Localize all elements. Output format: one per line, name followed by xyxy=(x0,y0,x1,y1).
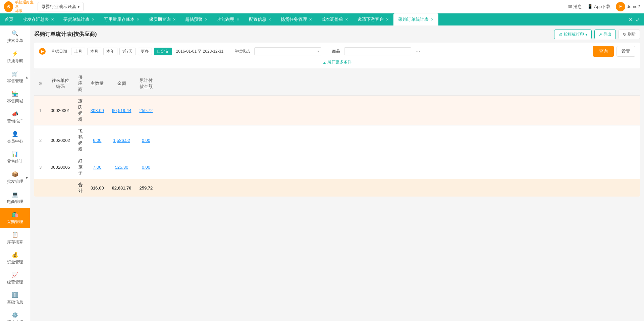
filter-row-1: ▶ 单据日期 上月 本月 本年 近7天 更多 自定义 2016-01-01 至 … xyxy=(39,46,635,57)
chevron-down-icon: ▼ xyxy=(25,176,29,180)
sidebar-item-ecommerce[interactable]: 💻 电商管理 xyxy=(0,188,30,208)
tab-shelf-life[interactable]: 保质期查询 ✕ xyxy=(144,13,180,25)
close-icon[interactable]: ✕ xyxy=(386,17,389,22)
expand-more-btn[interactable]: ⊻ 展开更多条件 xyxy=(323,59,352,65)
tab-invite-downstream[interactable]: 邀请下游客户 ✕ xyxy=(353,13,393,25)
row-paid[interactable]: 0.00 xyxy=(135,155,157,179)
sidebar-item-quick-nav[interactable]: ⚡ 快捷导航 xyxy=(0,47,30,67)
sidebar-item-inventory[interactable]: 📋 库存核算 xyxy=(0,228,30,248)
tab-home[interactable]: 首页 xyxy=(0,13,18,25)
lightning-icon: ⚡ xyxy=(12,50,18,57)
box-icon: 📦 xyxy=(12,171,18,177)
workspace-selector[interactable]: 母婴行业演示账套 ▾ xyxy=(38,2,84,11)
filter-toggle-btn[interactable]: ▶ xyxy=(39,48,46,55)
logo-icon: 6 xyxy=(4,1,13,12)
sidebar-item-member-center[interactable]: 👤 会员中心 xyxy=(0,127,30,148)
sidebar-item-retail-mgmt[interactable]: 🛒 零售管理 ▲ xyxy=(0,67,30,87)
sidebar: 🔍 搜索菜单 ⚡ 快捷导航 🛒 零售管理 ▲ 🏪 零售商城 📣 营销推广 👤 会… xyxy=(0,25,30,321)
shopping-icon: 🛍️ xyxy=(12,211,18,218)
date-btn-last-month[interactable]: 上月 xyxy=(71,48,85,55)
sidebar-item-basic-info[interactable]: ℹ️ 基础信息 xyxy=(0,288,30,309)
sidebar-item-marketing[interactable]: 📣 营销推广 xyxy=(0,107,30,127)
col-settings: ⚙ xyxy=(34,72,47,96)
close-icon[interactable]: ✕ xyxy=(431,17,434,22)
sidebar-item-search[interactable]: 🔍 搜索菜单 xyxy=(0,27,30,47)
money-icon: 💰 xyxy=(12,252,18,258)
sidebar-item-retail-stats[interactable]: 📊 零售统计 xyxy=(0,148,30,168)
megaphone-icon: 📣 xyxy=(12,111,18,117)
nav-tabs: 首页 收发存汇总表 ✕ 要货单统计表 ✕ 可用量库存账本 ✕ 保质期查询 ✕ 超… xyxy=(0,13,644,25)
close-icon[interactable]: ✕ xyxy=(92,17,95,22)
main-layout: 🔍 搜索菜单 ⚡ 快捷导航 🛒 零售管理 ▲ 🏪 零售商城 📣 营销推广 👤 会… xyxy=(0,25,644,321)
tab-available-stock[interactable]: 可用量库存账本 ✕ xyxy=(99,13,144,25)
close-icon[interactable]: ✕ xyxy=(236,17,239,22)
status-select-wrapper xyxy=(254,47,321,55)
tab-function-desc[interactable]: 功能说明 ✕ xyxy=(212,13,244,25)
logo-text: 畅捷通好生意 标版 xyxy=(15,0,34,13)
row-qty[interactable]: 7.00 xyxy=(87,155,108,179)
close-icon[interactable]: ✕ xyxy=(173,17,176,22)
date-btn-this-month[interactable]: 本月 xyxy=(87,48,101,55)
message-icon: ✉ xyxy=(568,4,572,9)
sidebar-item-retail-mall[interactable]: 🏪 零售商城 xyxy=(0,87,30,107)
refresh-button[interactable]: ↻ 刷新 xyxy=(619,30,640,39)
template-print-button[interactable]: 🖨 按模板打印 ▾ xyxy=(554,30,592,39)
tab-overstock[interactable]: 超储预警 ✕ xyxy=(180,13,212,25)
user-area[interactable]: E demo2 xyxy=(616,2,640,11)
date-btn-custom[interactable]: 自定义 xyxy=(154,48,172,55)
settings-icon[interactable]: ⚙ xyxy=(38,81,43,86)
close-icon[interactable]: ✕ xyxy=(205,17,208,22)
sidebar-item-funds[interactable]: 💰 资金管理 xyxy=(0,248,30,268)
table-footer-row: 合计 316.00 62,631.76 259.72 xyxy=(34,179,640,197)
sidebar-item-system[interactable]: ⚙️ 系统管理 xyxy=(0,309,30,321)
close-icon[interactable]: ✕ xyxy=(137,17,140,22)
row-qty[interactable]: 6.00 xyxy=(87,125,108,155)
table-row: 1 00020001 惠氏奶粉 303.00 60,519.44 259.72 xyxy=(34,96,640,125)
sidebar-item-purchase-mgmt[interactable]: 🛍️ 采购管理 xyxy=(0,208,30,228)
nav-close-all[interactable]: ✕ ⤢ xyxy=(625,16,644,23)
more-options-icon[interactable]: ··· xyxy=(415,48,420,54)
close-icon[interactable]: ✕ xyxy=(629,16,633,23)
date-btn-more[interactable]: 更多 xyxy=(138,48,152,55)
tab-purchase-order-stats[interactable]: 采购订单统计表 ✕ xyxy=(393,13,438,25)
row-paid[interactable]: 0.00 xyxy=(135,125,157,155)
message-btn[interactable]: ✉ 消息 xyxy=(568,4,582,10)
close-icon[interactable]: ✕ xyxy=(345,17,348,22)
status-label: 单据状态 xyxy=(234,49,250,54)
content-area: 采购订单统计表(按供应商) 🖨 按模板打印 ▾ ↗ 导出 ↻ 刷新 xyxy=(30,25,644,321)
export-icon: ↗ xyxy=(599,32,602,37)
tab-cost-adjust[interactable]: 成本调整单 ✕ xyxy=(317,13,353,25)
row-supplier: 飞鹤奶粉 xyxy=(74,125,87,155)
printer-icon: 🖨 xyxy=(558,32,562,37)
sidebar-item-operations[interactable]: 📈 经营管理 xyxy=(0,268,30,288)
date-btn-7days[interactable]: 近7天 xyxy=(119,48,136,55)
setting-button[interactable]: 设置 xyxy=(616,46,635,57)
col-amount: 金额 xyxy=(108,72,136,96)
row-amount[interactable]: 1,586.52 xyxy=(108,125,136,155)
close-icon[interactable]: ✕ xyxy=(51,17,54,22)
logo-area: 6 畅捷通好生意 标版 xyxy=(4,0,34,13)
tab-order-stats[interactable]: 要货单统计表 ✕ xyxy=(59,13,99,25)
tab-pick-task[interactable]: 拣货任务管理 ✕ xyxy=(276,13,317,25)
close-icon[interactable]: ✕ xyxy=(268,17,271,22)
tab-receive-send[interactable]: 收发存汇总表 ✕ xyxy=(18,13,59,25)
date-btn-this-year[interactable]: 本年 xyxy=(103,48,117,55)
footer-amount: 62,631.76 xyxy=(108,179,136,197)
date-range-display: 2016-01-01 至 2023-12-31 xyxy=(176,49,223,54)
table-header-row: ⚙ 往来单位编码 供应商 主数量 金额 累计付款金额 xyxy=(34,72,640,96)
export-button[interactable]: ↗ 导出 xyxy=(594,30,616,39)
row-code: 00020002 xyxy=(47,125,74,155)
expand-icon[interactable]: ⤢ xyxy=(636,16,640,23)
close-icon[interactable]: ✕ xyxy=(309,17,312,22)
app-download-btn[interactable]: 📱 App下载 xyxy=(587,4,610,10)
tab-config[interactable]: 配置信息 ✕ xyxy=(244,13,276,25)
status-select[interactable] xyxy=(254,47,321,55)
row-amount[interactable]: 60,519.44 xyxy=(108,96,136,125)
row-paid[interactable]: 259.72 xyxy=(135,96,157,125)
row-amount[interactable]: 525.80 xyxy=(108,155,136,179)
avatar: E xyxy=(616,2,625,11)
sidebar-item-wholesale-mgmt[interactable]: 📦 批发管理 ▼ xyxy=(0,168,30,188)
goods-input[interactable] xyxy=(344,47,411,55)
search-button[interactable]: 查询 xyxy=(593,46,614,57)
row-qty[interactable]: 303.00 xyxy=(87,96,108,125)
